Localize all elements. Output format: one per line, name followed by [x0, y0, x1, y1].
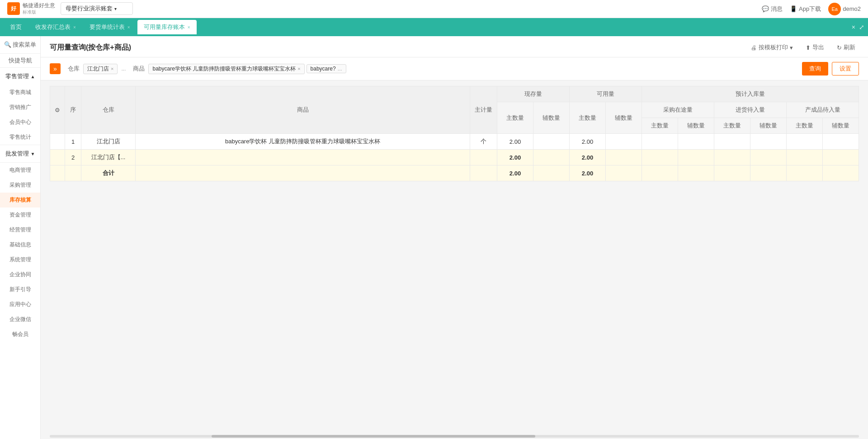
footer-available-main: 2.00 [570, 165, 606, 181]
col-inbound-aux-header: 辅数量 [750, 118, 787, 134]
message-button[interactable]: 💬 消息 [762, 5, 783, 13]
refresh-label: 刷新 [844, 43, 855, 52]
user-menu[interactable]: Ea demo2 [828, 3, 861, 15]
app-icon: 📱 [790, 5, 797, 12]
col-finished-pending-header: 产成品待入量 [787, 102, 859, 118]
warehouse-tag-jiangbei[interactable]: 江北门店 × [83, 64, 118, 74]
sidebar-retail-header[interactable]: 零售管理 ▲ [0, 68, 40, 85]
sidebar-item-quick-nav[interactable]: 快捷导航 [0, 54, 40, 68]
col-current-main-header: 主数量 [497, 102, 533, 134]
footer-purchase-aux [678, 165, 714, 181]
warehouse-tag-jiangbei-remove[interactable]: × [111, 66, 113, 71]
sidebar-item-basic[interactable]: 基础信息 [0, 237, 40, 252]
filter-expand-button[interactable]: » [50, 63, 61, 74]
sidebar-item-purchase[interactable]: 采购管理 [0, 178, 40, 193]
member-center-label: 会员中心 [9, 119, 31, 125]
sidebar-item-operations[interactable]: 经营管理 [0, 222, 40, 237]
product-filter-more[interactable]: ... [338, 66, 342, 72]
sidebar-item-retail-stat[interactable]: 零售统计 [0, 130, 40, 145]
top-bar-right: 💬 消息 📱 App下载 Ea demo2 [762, 3, 861, 15]
top-bar: 好 畅捷通好生意 标准版 母婴行业演示账套 ▾ 💬 消息 📱 App下载 Ea … [0, 0, 868, 18]
footer-inbound-main [714, 165, 750, 181]
scrollbar-thumb[interactable] [212, 435, 535, 438]
horizontal-scrollbar[interactable] [41, 434, 868, 439]
col-warehouse-header: 仓库 [81, 86, 136, 134]
tab-receive-send-close[interactable]: × [73, 25, 76, 30]
filter-bar: » 仓库 江北门店 × ... 商品 babycare学饮杯 儿童防摔防撞吸管杯… [41, 57, 868, 80]
row2-no: 2 [65, 150, 81, 165]
scrollbar-track [50, 435, 859, 438]
sidebar-item-enterprise-wechat[interactable]: 企业微信 [0, 312, 40, 327]
row2-finished-main [787, 150, 823, 165]
footer-finished-aux [823, 165, 859, 181]
tab-expand-icon[interactable]: ⤢ [859, 24, 864, 31]
tab-receive-send[interactable]: 收发存汇总表 × [29, 20, 82, 34]
message-label: 消息 [771, 5, 783, 13]
sidebar-item-retail-mall[interactable]: 零售商城 [0, 85, 40, 100]
row2-current-main: 2.00 [497, 150, 533, 165]
sidebar-search[interactable]: 🔍 搜索菜单 [0, 36, 40, 54]
warehouse-filter-group: 仓库 江北门店 × ... [68, 64, 126, 74]
sidebar-item-app-center[interactable]: 应用中心 [0, 297, 40, 312]
avatar: Ea [828, 3, 841, 15]
col-settings-header[interactable]: ⚙ [50, 86, 65, 134]
sidebar-search-label: 搜索菜单 [13, 41, 36, 48]
sidebar-item-retail-promo[interactable]: 营销推广 [0, 100, 40, 115]
sidebar-quick-nav-label: 快捷导航 [9, 57, 32, 64]
sidebar-wholesale-label: 批发管理 [5, 150, 29, 158]
sidebar-item-vip[interactable]: 畅会员 [0, 327, 40, 342]
tab-order-stat[interactable]: 要货单统计表 × [83, 20, 137, 34]
row2-warehouse: 江北门店【... [81, 150, 136, 165]
col-purchase-aux-header: 辅数量 [678, 118, 714, 134]
col-available-aux-header: 辅数量 [606, 102, 642, 134]
sidebar-item-inventory[interactable]: 库存核算 [0, 193, 40, 208]
refresh-button[interactable]: ↻ 刷新 [833, 42, 859, 53]
col-current-stock-header: 现存量 [497, 86, 570, 102]
retail-promo-label: 营销推广 [9, 104, 31, 110]
row1-product: babycare学饮杯 儿童防摔防撞吸管杯重力球吸嘴杯宝宝水杯 [136, 134, 470, 150]
row1-purchase-main [642, 134, 678, 150]
col-product-header: 商品 [136, 86, 470, 134]
tab-available[interactable]: 可用量库存账本 × [137, 20, 197, 34]
logo-text-block: 畅捷通好生意 标准版 [23, 2, 55, 15]
logo-text: 畅捷通好生意 [23, 2, 55, 9]
sidebar-item-system[interactable]: 系统管理 [0, 252, 40, 267]
footer-finished-main [787, 165, 823, 181]
sidebar-section-retail: 零售管理 ▲ 零售商城 营销推广 会员中心 零售统计 [0, 68, 40, 145]
row1-inbound-main [714, 134, 750, 150]
sidebar-item-enterprise[interactable]: 企业协同 [0, 267, 40, 282]
tab-receive-send-label: 收发存汇总表 [35, 23, 71, 31]
col-inbound-main-header: 主数量 [714, 118, 750, 134]
sidebar-section-wholesale: 批发管理 ▼ [0, 145, 40, 163]
export-icon: ⬆ [806, 44, 811, 51]
username: demo2 [843, 5, 861, 12]
product-tag-1-remove[interactable]: × [297, 66, 300, 71]
product-tag-2[interactable]: babycare? ... [307, 64, 346, 73]
row1-available-main: 2.00 [570, 134, 606, 150]
message-icon: 💬 [762, 5, 769, 12]
page-header: 可用量查询(按仓库+商品) 🖨 按模板打印 ▾ ⬆ 导出 ↻ 刷新 [41, 36, 868, 57]
sidebar-item-newbie[interactable]: 新手引导 [0, 282, 40, 297]
refresh-icon: ↻ [837, 44, 842, 51]
tab-home[interactable]: 首页 [4, 20, 28, 34]
tab-close-all-icon[interactable]: × [852, 24, 855, 31]
sidebar-item-finance[interactable]: 资金管理 [0, 208, 40, 222]
app-download-button[interactable]: 📱 App下载 [790, 5, 821, 13]
sidebar-item-ecommerce[interactable]: 电商管理 [0, 163, 40, 178]
col-no-header: 序 [65, 86, 81, 134]
export-button[interactable]: ⬆ 导出 [802, 42, 828, 53]
sidebar-item-member-center[interactable]: 会员中心 [0, 115, 40, 130]
tab-available-close[interactable]: × [188, 25, 190, 30]
sidebar-wholesale-header[interactable]: 批发管理 ▼ [0, 145, 40, 162]
tab-available-label: 可用量库存账本 [144, 23, 185, 31]
tab-order-stat-close[interactable]: × [127, 25, 130, 30]
col-finished-main-header: 主数量 [787, 118, 823, 134]
product-tag-1[interactable]: babycare学饮杯 儿童防摔防撞吸管杯重力球吸嘴杯宝宝水杯 × [148, 64, 304, 74]
sidebar-retail-label: 零售管理 [5, 72, 29, 80]
settings-button[interactable]: 设置 [832, 62, 859, 76]
industry-selector[interactable]: 母婴行业演示账套 ▾ [61, 2, 133, 15]
print-button[interactable]: 🖨 按模板打印 ▾ [747, 42, 797, 53]
warehouse-filter-more[interactable]: ... [121, 66, 126, 72]
data-table: ⚙ 序 仓库 商品 主计量 现存量 可用量 预计入库量 主数量 辅数量 主数量 … [50, 86, 859, 181]
query-button[interactable]: 查询 [802, 62, 828, 76]
